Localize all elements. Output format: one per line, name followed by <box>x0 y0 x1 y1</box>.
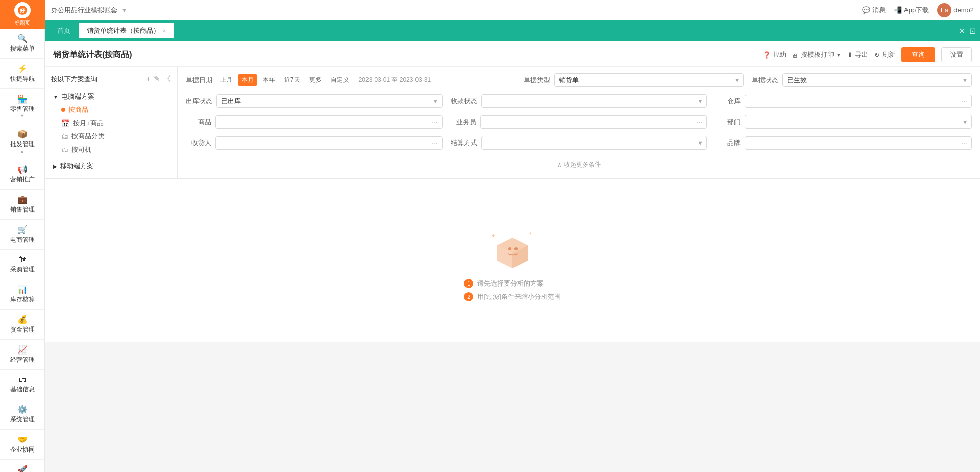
sidebar-item-base[interactable]: 🗂 基础信息 <box>0 370 44 399</box>
brand-label: 品牌 <box>715 138 741 148</box>
salesperson-label: 业务员 <box>451 117 476 127</box>
window-close-icon[interactable]: ✕ <box>959 26 965 36</box>
date-tag-7days[interactable]: 近7天 <box>281 74 304 86</box>
message-btn[interactable]: 💬 消息 <box>862 6 886 15</box>
app-download-btn[interactable]: 📲 App下载 <box>894 6 929 15</box>
brand-dots[interactable]: ··· <box>961 139 967 147</box>
sidebar-item-operations[interactable]: 📈 经营管理 <box>0 340 44 370</box>
active-dot <box>61 108 65 112</box>
tree-item-month-icon: 📅 <box>61 119 70 127</box>
tree-pc-section: ▼ 电脑端方案 <box>45 90 177 103</box>
sidebar-item-cooperation[interactable]: 🤝 企业协同 <box>0 430 44 460</box>
filter-item-warehouse: 仓库 ··· <box>715 95 972 108</box>
product-dots[interactable]: ··· <box>432 118 438 126</box>
tree-item-by-product[interactable]: 按商品 <box>45 103 177 116</box>
sidebar-item-inventory[interactable]: 📊 库存核算 <box>0 279 44 310</box>
topbar-dropdown-icon[interactable]: ▼ <box>121 7 127 13</box>
svg-text:✦: ✦ <box>529 231 532 236</box>
salesperson-control: ··· <box>480 115 707 129</box>
tab-sales-stat[interactable]: 销货单统计表（按商品） × <box>79 23 174 38</box>
date-tag-more[interactable]: 更多 <box>306 74 325 86</box>
tree-pc-label: 电脑端方案 <box>61 92 94 101</box>
settlement-select[interactable] <box>481 136 707 150</box>
app-download-label: App下载 <box>904 6 929 15</box>
warehouse-status-select[interactable]: 已出库 <box>216 94 443 108</box>
sidebar-item-finance-label: 资金管理 <box>10 325 35 334</box>
collapse-panel-icon[interactable]: 《 <box>163 74 171 84</box>
help-icon: ❓ <box>763 51 771 59</box>
print-btn[interactable]: 🖨 按模板打印 ▼ <box>792 50 841 59</box>
window-max-icon[interactable]: ⊡ <box>969 26 976 36</box>
payment-status-select[interactable] <box>481 94 707 108</box>
sidebar-item-marketing-label: 营销推广 <box>10 175 35 184</box>
message-label: 消息 <box>872 6 886 15</box>
warehouse-dots[interactable]: ··· <box>961 97 967 105</box>
help-btn[interactable]: ❓ 帮助 <box>763 50 786 59</box>
right-filter: 单据日期 上月 本月 本年 近7天 更多 <box>178 67 980 178</box>
topbar-right: 💬 消息 📲 App下载 Ea demo2 <box>862 3 974 17</box>
sidebar-item-wholesale[interactable]: 📦 批发管理 ▲ <box>0 124 44 159</box>
department-control: ▼ <box>745 115 972 129</box>
sidebar-item-marketing[interactable]: 📢 营销推广 <box>0 159 44 190</box>
tip-num-2: 2 <box>464 292 473 301</box>
sidebar-item-newguide[interactable]: 🚀 新手引导 <box>0 460 44 472</box>
receiver-dots[interactable]: ··· <box>432 139 438 147</box>
date-tag-this-month[interactable]: 本月 <box>238 74 257 86</box>
purchase-icon: 🛍 <box>18 255 27 264</box>
tree-item-by-sku[interactable]: 🗂 按司机 <box>45 143 177 156</box>
sidebar-item-search[interactable]: 🔍 搜索菜单 <box>0 29 44 59</box>
sidebar-item-quicknav[interactable]: ⚡ 快捷导航 <box>0 59 44 89</box>
tab-close-icon[interactable]: × <box>163 28 166 34</box>
filter-item-warehouse-status: 出库状态 已出库 ▼ <box>186 94 443 108</box>
sidebar-item-base-label: 基础信息 <box>10 385 35 394</box>
avatar-text: Ea <box>941 7 948 14</box>
user-name: demo2 <box>953 6 974 14</box>
query-button[interactable]: 查询 <box>901 47 935 62</box>
date-tag-custom[interactable]: 自定义 <box>327 74 353 86</box>
filter-item-docstatus: 单据状态 已生效 ▼ <box>752 73 972 87</box>
sidebar-item-ecommerce-label: 电商管理 <box>10 235 35 244</box>
date-tag-this-year[interactable]: 本年 <box>259 74 279 86</box>
help-label: 帮助 <box>773 50 786 59</box>
settings-button[interactable]: 设置 <box>941 47 972 62</box>
doctype-select[interactable]: 销货单 <box>554 73 744 87</box>
sidebar-item-ecommerce[interactable]: 🛒 电商管理 <box>0 220 44 250</box>
filter-item-department: 部门 ▼ <box>715 115 972 129</box>
filter-row-4: 收货人 ··· 结算方式 <box>186 136 972 150</box>
tab-sales-stat-label: 销货单统计表（按商品） <box>87 26 160 35</box>
tree-item-by-month-product[interactable]: 📅 按月+商品 <box>45 116 177 130</box>
add-scheme-icon[interactable]: + <box>146 74 151 84</box>
tree-expand-icon[interactable]: ▼ <box>53 94 58 100</box>
sidebar-item-retail[interactable]: 🏪 零售管理 ▼ <box>0 89 44 124</box>
tree-mobile-section: ▶ 移动端方案 <box>45 159 177 173</box>
tab-home[interactable]: 首页 <box>49 23 79 38</box>
sidebar-item-sales[interactable]: 💼 销售管理 <box>0 190 44 220</box>
refresh-icon: ↻ <box>874 51 880 59</box>
sidebar-item-retail-label: 零售管理 <box>10 105 35 113</box>
svg-text:·: · <box>487 248 488 251</box>
docstatus-select[interactable]: 已生效 <box>782 73 972 87</box>
export-btn[interactable]: ⬇ 导出 <box>847 50 868 59</box>
sidebar-item-purchase[interactable]: 🛍 采购管理 <box>0 250 44 279</box>
svg-text:好: 好 <box>19 8 26 13</box>
newguide-icon: 🚀 <box>17 465 28 472</box>
warehouse-status-control: 已出库 ▼ <box>216 94 443 108</box>
message-icon: 💬 <box>862 6 870 14</box>
tree-item-by-category[interactable]: 🗂 按商品分类 <box>45 130 177 143</box>
filter-row-1: 单据日期 上月 本月 本年 近7天 更多 <box>186 73 972 87</box>
refresh-btn[interactable]: ↻ 刷新 <box>874 50 895 59</box>
date-control: 上月 本月 本年 近7天 更多 自定义 2023-03-01 至 2023-03… <box>216 74 516 86</box>
date-tag-last-month[interactable]: 上月 <box>216 74 236 86</box>
sidebar-item-finance[interactable]: 💰 资金管理 <box>0 310 44 340</box>
empty-tips: 1 请先选择要分析的方案 2 用[过滤]条件来缩小分析范围 <box>464 279 560 301</box>
filter-row-3: 商品 ··· 业务员 <box>186 115 972 129</box>
brand-control: ··· <box>745 136 972 150</box>
edit-scheme-icon[interactable]: ✎ <box>154 74 160 84</box>
salesperson-dots[interactable]: ··· <box>697 118 703 126</box>
left-panel-header: 按以下方案查询 + ✎ 《 <box>45 72 177 86</box>
tree-mobile-expand-icon[interactable]: ▶ <box>53 163 57 169</box>
department-select[interactable] <box>745 115 972 129</box>
collapse-bar[interactable]: ∧ 收起更多条件 <box>186 157 972 172</box>
sidebar-item-system[interactable]: ⚙️ 系统管理 <box>0 399 44 430</box>
user-profile[interactable]: Ea demo2 <box>937 3 974 17</box>
